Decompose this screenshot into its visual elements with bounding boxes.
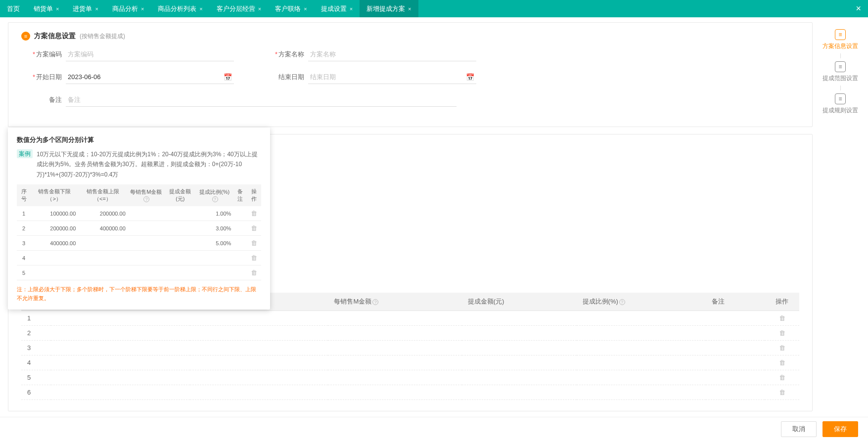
tooltip-note: 注：上限必须大于下限；多个阶梯时，下一个阶梯下限要等于前一阶梯上限；不同行之间下… bbox=[17, 285, 261, 303]
panel-title: 方案信息设置 bbox=[34, 32, 76, 41]
tab-home[interactable]: 首页 bbox=[0, 0, 27, 17]
anchor-nav: ≡ 方案信息设置 ≡ 提成范围设置 ≡ 提成规则设置 bbox=[821, 22, 860, 418]
close-icon[interactable]: × bbox=[56, 6, 59, 12]
delete-icon[interactable]: 🗑 bbox=[779, 389, 785, 396]
delete-icon[interactable]: 🗑 bbox=[251, 239, 257, 247]
remark-input[interactable] bbox=[66, 93, 457, 107]
delete-icon[interactable]: 🗑 bbox=[779, 314, 785, 322]
table-row[interactable]: 1🗑 bbox=[21, 311, 799, 326]
table-row: 1100000.00200000.001.00%🗑 bbox=[17, 206, 261, 221]
table-row: 3400000.005.00%🗑 bbox=[17, 236, 261, 251]
info-icon: ? bbox=[143, 196, 149, 202]
close-icon[interactable]: × bbox=[408, 6, 411, 12]
tab-customer-contact[interactable]: 客户联络× bbox=[268, 0, 314, 17]
nav-rule-settings[interactable]: ≡ 提成规则设置 bbox=[822, 93, 858, 115]
start-date-input[interactable] bbox=[66, 70, 234, 84]
remark-label: 备注 bbox=[21, 95, 66, 104]
col-op: 操作 bbox=[765, 293, 799, 311]
tab-product-analysis[interactable]: 商品分析× bbox=[105, 0, 151, 17]
calendar-icon[interactable]: 📅 bbox=[466, 73, 474, 81]
nav-range-settings[interactable]: ≡ 提成范围设置 bbox=[822, 61, 858, 83]
panel-badge-icon: ≡ bbox=[21, 32, 30, 41]
plan-name-input[interactable] bbox=[308, 47, 476, 61]
table-row[interactable]: 3🗑 bbox=[21, 341, 799, 355]
list-icon: ≡ bbox=[835, 29, 846, 40]
info-icon[interactable]: ? bbox=[372, 299, 378, 305]
start-date-label: *开始日期 bbox=[21, 73, 66, 82]
plan-name-label: *方案名称 bbox=[264, 50, 308, 59]
tooltip-title: 数值分为多个区间分别计算 bbox=[17, 135, 261, 144]
example-tag: 案例 bbox=[17, 149, 33, 158]
delete-icon[interactable]: 🗑 bbox=[779, 374, 785, 381]
delete-icon[interactable]: 🗑 bbox=[251, 210, 257, 217]
close-icon[interactable]: × bbox=[258, 6, 261, 12]
example-text: 10万元以下无提成；10-20万元提成比例为1%；20-40万提成比例为3%；4… bbox=[37, 149, 261, 179]
close-icon[interactable]: × bbox=[141, 6, 144, 12]
tab-purchase-order[interactable]: 进货单× bbox=[66, 0, 105, 17]
nav-plan-info[interactable]: ≡ 方案信息设置 bbox=[822, 29, 858, 50]
tab-new-commission-plan[interactable]: 新增提成方案× bbox=[360, 0, 418, 17]
col-amount: 提成金额(元) bbox=[462, 293, 577, 311]
tab-sales-order[interactable]: 销货单× bbox=[27, 0, 66, 17]
calendar-icon[interactable]: 📅 bbox=[224, 73, 232, 81]
footer-actions: 取消 保存 bbox=[0, 417, 868, 418]
list-icon: ≡ bbox=[835, 93, 846, 104]
tab-commission-settings[interactable]: 提成设置× bbox=[314, 0, 360, 17]
end-date-label: 结束日期 bbox=[264, 73, 308, 82]
table-row: 4🗑 bbox=[17, 251, 261, 265]
table-row[interactable]: 4🗑 bbox=[21, 355, 799, 370]
tab-bar: 首页 销货单× 进货单× 商品分析× 商品分析列表× 客户分层经营× 客户联络×… bbox=[0, 0, 868, 17]
tab-product-analysis-list[interactable]: 商品分析列表× bbox=[151, 0, 209, 17]
col-ratio: 提成比例(%)? bbox=[577, 293, 706, 311]
close-icon[interactable]: × bbox=[199, 6, 202, 12]
delete-icon[interactable]: 🗑 bbox=[779, 344, 785, 352]
close-icon[interactable]: × bbox=[304, 6, 307, 12]
close-icon[interactable]: × bbox=[350, 6, 353, 12]
tab-customer-segment[interactable]: 客户分层经营× bbox=[210, 0, 268, 17]
calc-rule-tooltip: 数值分为多个区间分别计算 案例 10万元以下无提成；10-20万元提成比例为1%… bbox=[8, 128, 270, 309]
col-perM: 每销售M金额? bbox=[328, 293, 461, 311]
table-row: 2200000.00400000.003.00%🗑 bbox=[17, 221, 261, 236]
col-remark: 备注 bbox=[706, 293, 765, 311]
panel-subtitle: (按销售金额提成) bbox=[80, 32, 125, 41]
delete-icon[interactable]: 🗑 bbox=[779, 359, 785, 366]
info-icon[interactable]: ? bbox=[619, 299, 625, 305]
delete-icon[interactable]: 🗑 bbox=[251, 254, 257, 262]
close-icon[interactable]: × bbox=[95, 6, 98, 12]
delete-icon[interactable]: 🗑 bbox=[251, 269, 257, 276]
tabbar-close-button[interactable]: × bbox=[853, 0, 864, 17]
plan-info-panel: ≡ 方案信息设置 (按销售金额提成) *方案编码 *方案名称 *开始日期 bbox=[8, 22, 813, 127]
info-icon: ? bbox=[212, 196, 218, 202]
table-row: 5🗑 bbox=[17, 265, 261, 280]
plan-code-label: *方案编码 bbox=[21, 50, 66, 59]
table-row[interactable]: 6🗑 bbox=[21, 385, 799, 400]
delete-icon[interactable]: 🗑 bbox=[779, 329, 785, 337]
table-row[interactable]: 2🗑 bbox=[21, 326, 799, 341]
end-date-input[interactable] bbox=[308, 70, 476, 84]
plan-code-input[interactable] bbox=[66, 47, 234, 61]
delete-icon[interactable]: 🗑 bbox=[251, 224, 257, 232]
table-row[interactable]: 5🗑 bbox=[21, 370, 799, 385]
list-icon: ≡ bbox=[835, 61, 846, 72]
example-table: 序号 销售金额下限（>） 销售金额上限（<=） 每销售M金额? 提成金额(元) … bbox=[17, 184, 261, 280]
